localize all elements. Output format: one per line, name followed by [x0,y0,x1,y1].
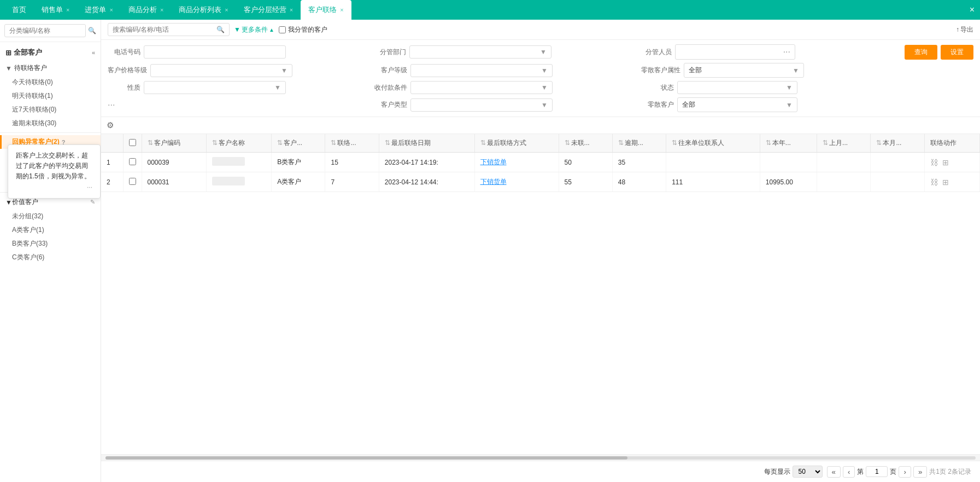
nav-close-product-analysis-list[interactable]: × [225,7,228,13]
col-name[interactable]: ⇅客户名称 [207,134,272,153]
col-contact-count[interactable]: ⇅联络... [325,134,379,153]
sort-overdue-icon: ⇅ [618,139,624,147]
col-category[interactable]: ⇅客户... [272,134,325,153]
manager-select[interactable]: ··· [675,44,795,60]
sidebar-search-icon[interactable]: 🔍 [88,27,96,34]
table-row: 1 000039 B类客户 15 2023-04-17 14:19: 下销货单 … [101,153,980,172]
sidebar-all-customers[interactable]: ⊞ 全部客户 « [0,44,101,61]
nav-customer-tier[interactable]: 客户分层经营 × [236,0,301,20]
sidebar-item-unclassified[interactable]: 未分组(32) [0,210,101,223]
action-link-icon[interactable]: ⛓ [930,158,938,167]
status-select[interactable]: ▼ [677,81,797,94]
customer-level-select[interactable]: ▼ [410,64,553,77]
action-grid-icon[interactable]: ⊞ [942,178,949,187]
page-number-input[interactable] [866,466,888,477]
manager-dots-icon[interactable]: ··· [783,47,790,57]
scroll-track [105,456,976,460]
cell-checkbox[interactable] [123,172,142,192]
sidebar-pending-section[interactable]: ▼ 待联络客户 [0,61,101,76]
filter-icon: ▼ [234,26,240,33]
nav-home[interactable]: 首页 [4,0,34,20]
col-last-contact-method[interactable]: ⇅最后联络方式 [474,134,559,153]
contact-method-link[interactable]: 下销货单 [480,178,507,185]
tooltip-more-icon[interactable]: ··· [87,182,92,193]
scroll-thumb[interactable] [105,456,627,460]
sidebar-search-input[interactable] [4,24,86,37]
select-all-checkbox[interactable] [129,139,136,146]
nav-close-customer-tier[interactable]: × [290,7,293,13]
row-checkbox-1[interactable] [129,178,136,185]
filter-cell-price-level: 客户价格等级 ▼ [108,64,370,77]
window-close-button[interactable]: × [970,5,975,15]
row4-dots-icon[interactable]: ··· [108,100,115,110]
nav-sales-order[interactable]: 销售单 × [34,0,77,20]
scattered-attr-select[interactable]: 全部 ▼ [684,63,804,78]
horizontal-scrollbar[interactable] [101,454,980,461]
cell-last-contact-method[interactable]: 下销货单 [474,172,559,192]
col-current-year[interactable]: ⇅本年... [760,134,817,153]
sidebar-item-a-customers[interactable]: A类客户(1) [0,223,101,237]
col-overdue[interactable]: ⇅逾期... [612,134,666,153]
per-page-select[interactable]: 50 20 100 [793,466,823,478]
col-contacts[interactable]: ⇅往来单位联系人 [666,134,760,153]
nav-close-purchase-order[interactable]: × [109,7,113,13]
cell-last-contact-method[interactable]: 下销货单 [474,153,559,172]
my-customers-check[interactable] [279,26,286,33]
search-input[interactable] [113,26,216,33]
sidebar-item-today-pending[interactable]: 今天待联络(0) [0,76,101,89]
cell-no-contact-days: 50 [559,153,612,172]
contact-method-link[interactable]: 下销货单 [480,158,507,166]
settings-button[interactable]: 设置 [941,45,973,60]
sort-category-icon: ⇅ [277,139,283,147]
col-last-contact-date[interactable]: ⇅最后联络日期 [379,134,474,153]
nav-product-analysis[interactable]: 商品分析 × [121,0,171,20]
nav-close-customer-contact[interactable]: × [340,7,343,13]
dept-select[interactable]: ▼ [409,45,551,59]
payment-select[interactable]: ▼ [410,81,553,94]
first-page-button[interactable]: « [827,466,841,478]
sidebar-item-tomorrow-pending[interactable]: 明天待联络(1) [0,89,101,103]
sidebar-item-c-customers[interactable]: C类客户(6) [0,251,101,264]
cell-category: B类客户 [272,153,325,172]
last-page-button[interactable]: » [913,466,927,478]
price-level-chevron-icon: ▼ [281,67,287,74]
export-button[interactable]: ↑ 导出 [956,25,973,34]
row-checkbox-0[interactable] [129,158,136,165]
value-section-edit-icon[interactable]: ✎ [90,199,95,206]
sidebar-item-overdue-pending[interactable]: 逾期未联络(30) [0,117,101,130]
cell-checkbox[interactable] [123,153,142,172]
nav-close-product-analysis[interactable]: × [160,7,163,13]
cell-overdue: 35 [612,153,666,172]
search-icon[interactable]: 🔍 [216,26,225,33]
grid-icon: ⊞ [5,49,11,57]
phone-input[interactable] [144,45,286,59]
dept-chevron-icon: ▼ [540,48,547,56]
col-code[interactable]: ⇅客户编码 [142,134,207,153]
nav-product-analysis-list[interactable]: 商品分析列表 × [171,0,236,20]
col-last-month[interactable]: ⇅上月... [817,134,871,153]
filter-cell-manager: 分管人员 ··· [639,44,900,60]
my-customers-checkbox[interactable]: 我分管的客户 [279,25,327,34]
col-current-month[interactable]: ⇅本月... [871,134,924,153]
arrow-down-icon: ▼ [5,65,12,72]
col-no-contact-days[interactable]: ⇅未联... [559,134,612,153]
nav-close-sales-order[interactable]: × [66,7,69,13]
query-button[interactable]: 查询 [905,45,937,60]
price-level-select[interactable]: ▼ [150,64,292,77]
sidebar-item-b-customers[interactable]: B类客户(33) [0,237,101,251]
nav-customer-contact[interactable]: 客户联络 × [301,0,351,20]
nature-select[interactable]: ▼ [144,81,286,94]
table-settings-gear-icon[interactable]: ⚙ [107,120,114,130]
scattered-select[interactable]: 全部 ▼ [677,97,797,112]
prev-page-button[interactable]: ‹ [843,466,855,478]
sidebar-item-7days-pending[interactable]: 近7天待联络(0) [0,103,101,117]
nav-purchase-order[interactable]: 进货单 × [77,0,120,20]
cell-contact-count: 15 [325,153,379,172]
more-conditions-button[interactable]: ▼ 更多条件 ▲ [234,25,274,34]
action-link-icon[interactable]: ⛓ [930,178,938,187]
customer-type-select[interactable]: ▼ [410,98,553,112]
sidebar-collapse-button[interactable]: « [92,49,95,56]
action-grid-icon[interactable]: ⊞ [942,158,949,167]
customer-type-chevron-icon: ▼ [541,101,548,109]
next-page-button[interactable]: › [899,466,911,478]
